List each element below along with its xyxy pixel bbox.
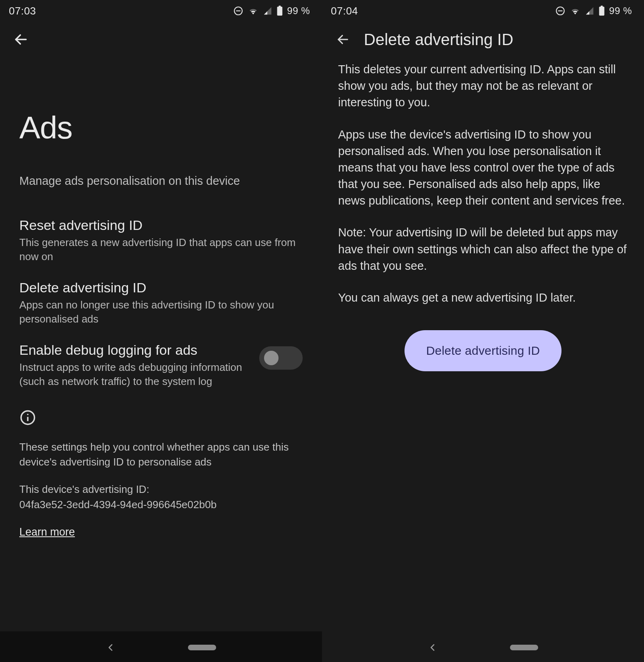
- status-right: 99 %: [233, 5, 310, 17]
- item-desc: Instruct apps to write ads debugging inf…: [19, 360, 250, 389]
- footer-text: These settings help you control whether …: [19, 440, 303, 513]
- back-button[interactable]: [333, 30, 353, 49]
- nav-back-icon[interactable]: [428, 643, 438, 652]
- svg-rect-2: [277, 7, 283, 16]
- item-title: Enable debug logging for ads: [19, 342, 250, 358]
- signal-icon: [263, 6, 272, 15]
- advertising-id-value: 04fa3e52-3edd-4394-94ed-996645e02b0b: [19, 499, 217, 511]
- svg-point-7: [27, 414, 29, 415]
- item-desc: This generates a new advertising ID that…: [19, 236, 301, 264]
- item-title: Reset advertising ID: [19, 217, 303, 233]
- info-icon: [19, 409, 36, 426]
- item-desc: Apps can no longer use this advertising …: [19, 298, 301, 326]
- battery-icon: [277, 6, 283, 16]
- arrow-left-icon: [13, 32, 29, 47]
- delete-desc-paragraph-1: This deletes your current advertising ID…: [338, 61, 628, 111]
- reset-advertising-id-item[interactable]: Reset advertising ID This generates a ne…: [19, 212, 303, 274]
- battery-icon: [599, 6, 605, 16]
- delete-desc-paragraph-2: Apps use the device's advertising ID to …: [338, 126, 628, 209]
- debug-logging-toggle[interactable]: [259, 346, 303, 370]
- svg-rect-10: [599, 7, 605, 16]
- delete-desc-paragraph-3: Note: Your advertising ID will be delete…: [338, 224, 628, 274]
- status-right: 99 %: [555, 5, 632, 17]
- status-battery: 99 %: [287, 5, 310, 17]
- dnd-icon: [555, 6, 566, 16]
- dnd-icon: [233, 6, 244, 16]
- nav-back-icon[interactable]: [106, 643, 116, 652]
- info-paragraph: These settings help you control whether …: [19, 441, 289, 468]
- page-title: Delete advertising ID: [364, 31, 513, 49]
- svg-rect-3: [279, 6, 281, 7]
- nav-home-pill[interactable]: [188, 645, 216, 650]
- svg-rect-11: [601, 6, 603, 7]
- status-time: 07:04: [331, 5, 358, 17]
- advertising-id-label: This device's advertising ID:: [19, 482, 303, 497]
- delete-advertising-id-button[interactable]: Delete advertising ID: [405, 330, 562, 371]
- screen-delete-advertising-id: 07:04 99 % Delete advertising ID This de…: [322, 0, 644, 662]
- system-navbar: [0, 633, 322, 662]
- status-battery: 99 %: [609, 5, 632, 17]
- status-bar: 07:04 99 %: [322, 0, 644, 22]
- enable-debug-logging-item[interactable]: Enable debug logging for ads Instruct ap…: [19, 337, 303, 399]
- signal-icon: [585, 6, 594, 15]
- screen-ads-settings: 07:03 99 % Ads Manage ads personalisatio…: [0, 0, 322, 662]
- back-button[interactable]: [11, 30, 31, 49]
- system-navbar: [322, 633, 644, 662]
- appbar: Delete advertising ID: [322, 22, 644, 57]
- delete-advertising-id-item[interactable]: Delete advertising ID Apps can no longer…: [19, 274, 303, 337]
- wifi-icon: [248, 6, 259, 15]
- page-title: Ads: [19, 110, 303, 146]
- appbar: [0, 22, 322, 57]
- toggle-thumb: [264, 351, 279, 365]
- nav-home-pill[interactable]: [510, 645, 538, 650]
- item-title: Delete advertising ID: [19, 280, 303, 296]
- status-time: 07:03: [9, 5, 36, 17]
- learn-more-link[interactable]: Learn more: [19, 526, 75, 538]
- page-subtitle: Manage ads personalisation on this devic…: [19, 174, 303, 188]
- delete-desc-paragraph-4: You can always get a new advertising ID …: [338, 290, 628, 306]
- wifi-icon: [570, 6, 581, 15]
- arrow-left-icon: [336, 33, 350, 46]
- status-bar: 07:03 99 %: [0, 0, 322, 22]
